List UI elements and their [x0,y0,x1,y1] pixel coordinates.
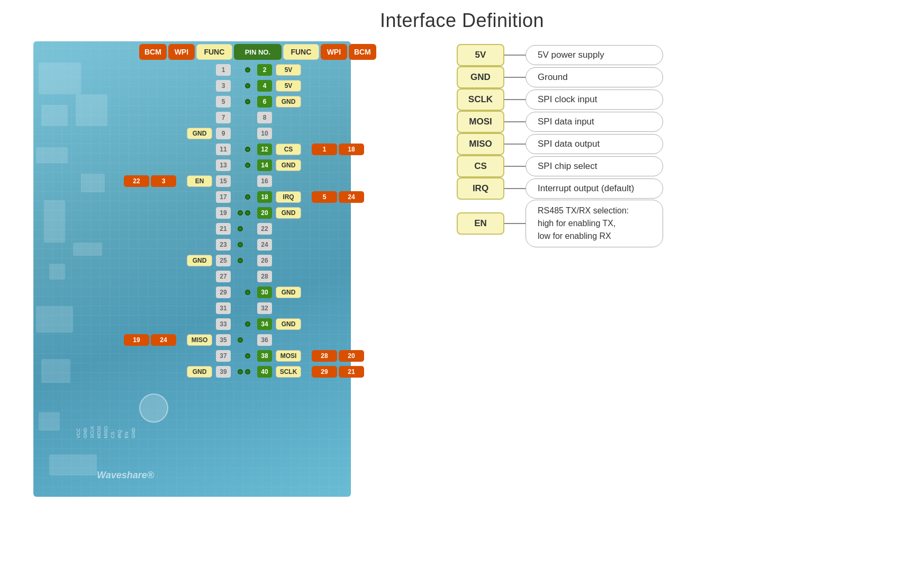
legend-description: 5V power supply [526,45,663,65]
left-pin-number: 39 [216,366,231,378]
header-wpi-right: WPI [321,44,347,60]
right-bcm-badge: 18 [339,144,364,155]
left-bcm-badge: 22 [124,175,149,187]
left-pin-number: 5 [216,96,231,108]
table-row: 78 [113,110,425,125]
right-func-badge: GND [276,318,301,330]
right-pin-number: 14 [257,159,272,171]
right-pin-number: 26 [257,255,272,266]
legend-connector [504,166,526,167]
right-bcm-badge: 24 [339,191,364,203]
legend-description: Interrupt output (default) [526,178,663,199]
legend-connector [504,99,526,100]
right-bcm-badge: 21 [339,366,364,378]
table-row: GND2526 [113,253,425,268]
table-row: GND910 [113,126,425,141]
table-row: 1112CS118 [113,142,425,157]
right-pin-dot [245,99,250,104]
right-pin-number: 6 [257,96,272,108]
right-func-badge: CS [276,144,301,155]
table-row: 2930GND [113,285,425,300]
legend-badge: CS [457,155,504,177]
left-pin-number: 29 [216,287,231,298]
table-row: 345V [113,78,425,93]
header-func-left: FUNC [196,44,232,60]
legend-item: CSSPI chip select [457,155,891,177]
legend-connector [504,121,526,122]
legend-connector [504,223,526,224]
right-pin-dot [245,290,250,295]
left-pin-number: 37 [216,350,231,362]
legend-badge: GND [457,66,504,88]
left-func-badge: GND [187,128,212,139]
table-row: 2122 [113,221,425,236]
right-wpi-badge: 1 [312,144,337,155]
left-pin-number: 15 [216,175,231,187]
right-pin-number: 18 [257,191,272,203]
right-pin-dot [245,194,250,200]
legend-item: IRQInterrupt output (default) [457,177,891,200]
legend-description: Ground [526,67,663,87]
right-func-badge: IRQ [276,191,301,203]
left-func-badge: MISO [187,334,212,346]
right-func-badge: GND [276,159,301,171]
left-pin-number: 7 [216,112,231,123]
legend-connector [504,55,526,56]
left-bcm-badge: 19 [124,334,149,346]
left-pin-number: 31 [216,302,231,314]
table-row: 125V [113,62,425,77]
left-pin-dot [238,210,243,216]
right-pin-dot [245,210,250,216]
table-row: 56GND [113,94,425,109]
legend-item: GNDGround [457,66,891,88]
right-wpi-badge: 29 [312,366,337,378]
left-pin-number: 1 [216,64,231,76]
right-func-badge: SCLK [276,366,301,378]
legend-badge: MOSI [457,111,504,133]
table-row: 2728 [113,269,425,284]
legend-badge: MISO [457,133,504,155]
left-func-badge: GND [187,255,212,266]
right-pin-number: 28 [257,271,272,282]
right-pin-dot [245,83,250,88]
right-pin-number: 24 [257,239,272,251]
left-pin-dot [238,258,243,263]
right-pin-number: 12 [257,144,272,155]
header-bcm-left: BCM [139,44,167,60]
right-pin-number: 30 [257,287,272,298]
legend-description: RS485 TX/RX selection: high for enabling… [526,200,663,247]
column-headers: BCM WPI FUNC PIN NO. FUNC WPI BCM [113,44,425,60]
legend-description: SPI chip select [526,156,663,176]
left-pin-number: 23 [216,239,231,251]
legend-description: SPI data output [526,134,663,154]
right-pin-number: 8 [257,112,272,123]
right-pin-number: 32 [257,302,272,314]
left-func-badge: EN [187,175,212,187]
legend-item: 5V5V power supply [457,44,891,66]
left-pin-number: 21 [216,223,231,235]
left-func-badge: GND [187,366,212,378]
legend-connector [504,144,526,145]
right-pin-dot [245,321,250,327]
header-wpi-left: WPI [168,44,195,60]
legend-item: ENRS485 TX/RX selection: high for enabli… [457,200,891,247]
legend-description: SPI clock input [526,90,663,110]
right-pin-number: 34 [257,318,272,330]
right-pin-number: 36 [257,334,272,346]
header-bcm-right: BCM [349,44,376,60]
left-pin-number: 13 [216,159,231,171]
page-title: Interface Definition [380,10,544,32]
right-func-badge: GND [276,96,301,108]
table-row: 3334GND [113,317,425,332]
left-pin-number: 9 [216,128,231,139]
right-func-badge: GND [276,207,301,219]
legend-item: MOSISPI data input [457,111,891,133]
right-pin-number: 4 [257,80,272,92]
legend-description: SPI data input [526,112,663,132]
table-row: 1718IRQ524 [113,190,425,204]
right-pin-number: 2 [257,64,272,76]
left-pin-number: 11 [216,144,231,155]
right-pin-number: 16 [257,175,272,187]
right-bcm-badge: 20 [339,350,364,362]
legend-badge: SCLK [457,88,504,111]
